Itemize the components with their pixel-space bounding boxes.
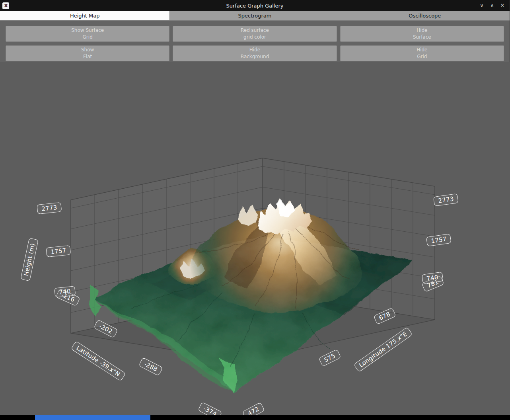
tab-oscilloscope[interactable]: Oscilloscope	[340, 11, 510, 20]
show-surface-grid-button[interactable]: Show Surface Grid	[6, 26, 169, 42]
surface-plot-canvas[interactable]: Height (m) 2773 1757 -116 740 -202 -288 …	[0, 62, 510, 415]
button-label: Surface	[413, 34, 431, 41]
hide-grid-button[interactable]: Hide Grid	[340, 45, 504, 61]
button-label: Show Surface	[71, 27, 104, 34]
shade-window-button[interactable]: ∨	[479, 2, 485, 9]
tab-spectrogram[interactable]: Spectrogram	[170, 11, 340, 20]
button-label: Grid	[417, 53, 427, 60]
button-label: Hide	[249, 47, 260, 53]
x11-logo-icon: X	[4, 3, 7, 8]
tab-bar: Height Map Spectrogram Oscilloscope	[0, 11, 510, 21]
button-label: Red surface	[241, 27, 269, 34]
button-label: Flat	[83, 53, 92, 60]
surface-grid-color-button[interactable]: Red surface grid color	[173, 26, 337, 42]
tab-height-map[interactable]: Height Map	[0, 11, 170, 20]
taskbar	[0, 415, 510, 420]
button-label: Show	[81, 47, 94, 53]
hide-surface-button[interactable]: Hide Surface	[340, 26, 504, 42]
window-title: Surface Graph Gallery	[0, 3, 510, 9]
close-window-button[interactable]: ✕	[499, 2, 506, 9]
hide-background-button[interactable]: Hide Background	[173, 45, 337, 61]
button-label: grid color	[243, 34, 266, 41]
maximize-window-button[interactable]: ∧	[489, 2, 495, 9]
surface-toolbar: Show Surface Grid Red surface grid color…	[0, 21, 510, 61]
button-label: Hide	[417, 27, 427, 34]
window-controls: ∨ ∧ ✕	[479, 2, 510, 9]
title-bar: X Surface Graph Gallery ∨ ∧ ✕	[0, 0, 510, 11]
button-label: Hide	[417, 47, 427, 53]
app-icon: X	[2, 2, 9, 9]
button-label: Grid	[83, 34, 93, 41]
taskbar-active-task[interactable]	[35, 415, 150, 420]
button-label: Background	[241, 53, 269, 60]
show-flat-button[interactable]: Show Flat	[6, 45, 169, 61]
app-window: X Surface Graph Gallery ∨ ∧ ✕ Height Map…	[0, 0, 510, 415]
